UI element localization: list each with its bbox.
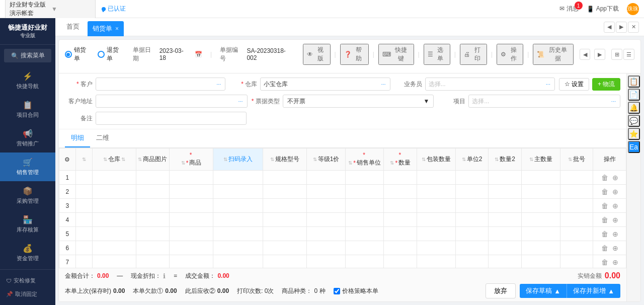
radio-return[interactable]: 退货单 <box>98 46 124 63</box>
tab-home[interactable]: 首页 <box>60 18 86 36</box>
tab-next-btn[interactable]: ▶ <box>616 22 627 33</box>
radio-sales[interactable]: 销货单 <box>65 46 92 63</box>
panel-btn-5[interactable]: ⭐ <box>628 128 640 140</box>
form-next-btn[interactable]: ▶ <box>594 49 605 60</box>
row-mainqty-cell[interactable] <box>521 171 560 185</box>
select-btn[interactable]: ☰ 选单 <box>424 44 450 65</box>
company-select[interactable]: 好业财专业版演示帐套 ▼ <box>5 0 96 19</box>
th-price[interactable]: ⇅等级1价 <box>307 148 346 171</box>
row-qty2-cell[interactable] <box>489 171 522 185</box>
th-unit2[interactable]: ⇅单位2 <box>455 148 489 171</box>
add-logistics-btn[interactable]: + 物流 <box>592 78 620 91</box>
view-btn[interactable]: 👁 视版 <box>303 44 330 65</box>
message-btn[interactable]: ✉ 消息 1 <box>559 5 578 13</box>
layout-grid-btn[interactable]: ⊞ <box>611 49 622 60</box>
row-copy-btn[interactable]: ⊕ <box>611 174 619 182</box>
save-new-btn[interactable]: 保存并新增 ▲ <box>567 284 620 298</box>
th-product[interactable]: ⇅*商品 <box>169 148 213 171</box>
row-copy-btn[interactable]: ⊕ <box>611 216 619 224</box>
warehouse-more-icon[interactable]: ··· <box>380 81 386 87</box>
operation-btn[interactable]: ⚙ 操作 <box>497 44 523 65</box>
row-unit2-cell[interactable] <box>455 171 489 185</box>
row-delete-btn[interactable]: 🗑 <box>600 244 609 252</box>
th-batch[interactable]: ⇅批号 <box>560 148 593 171</box>
th-warehouse[interactable]: ⇅仓库⇅ <box>92 148 136 171</box>
row-delete-btn[interactable]: 🗑 <box>600 188 609 196</box>
th-qty[interactable]: ⇅*数量 <box>384 148 417 171</box>
row-copy-btn[interactable]: ⊕ <box>611 202 619 210</box>
row-delete-btn[interactable]: 🗑 <box>600 216 609 224</box>
th-scan[interactable]: ⇅扫码录入 <box>213 148 263 171</box>
tab-2d[interactable]: 二维 <box>90 129 115 147</box>
staff-more-icon[interactable]: ··· <box>545 81 551 87</box>
layout-list-btn[interactable]: ☰ <box>623 49 634 60</box>
th-settings[interactable]: ⚙ <box>59 148 76 171</box>
address-input[interactable]: ··· <box>96 95 248 108</box>
tab-close-icon[interactable]: × <box>115 25 119 32</box>
row-delete-btn[interactable]: 🗑 <box>600 174 609 182</box>
row-copy-btn[interactable]: ⊕ <box>611 258 619 266</box>
help-btn[interactable]: ❓ 帮助 <box>340 44 369 65</box>
row-delete-btn[interactable]: 🗑 <box>600 202 609 210</box>
remarks-input[interactable] <box>96 112 247 125</box>
save-draft-btn[interactable]: 保存草稿 ▲ <box>520 284 567 298</box>
th-spec[interactable]: ⇅规格型号 <box>263 148 307 171</box>
calendar-icon[interactable]: 📅 <box>195 51 202 58</box>
row-pack-cell[interactable] <box>417 171 456 185</box>
project-more-icon[interactable]: ··· <box>610 98 617 104</box>
panel-btn-3[interactable]: 🔔 <box>628 102 640 114</box>
app-download-btn[interactable]: 📱 App下载 <box>587 5 619 13</box>
row-product-cell[interactable] <box>169 171 213 185</box>
th-img[interactable]: ⇅商品图片 <box>136 148 170 171</box>
search-menu-btn[interactable]: 🔍 搜索菜单 <box>4 49 51 62</box>
panel-btn-2[interactable]: 📄 <box>628 89 640 101</box>
address-more-icon[interactable]: ··· <box>237 98 244 104</box>
price-policy-checkbox[interactable] <box>334 288 340 294</box>
abandon-btn[interactable]: 放弃 <box>486 283 516 298</box>
th-unit[interactable]: ⇅*销售单位 <box>345 148 384 171</box>
th-qty2[interactable]: ⇅数量2 <box>489 148 522 171</box>
row-copy-btn[interactable]: ⊕ <box>611 188 619 196</box>
row-qty-cell[interactable] <box>384 171 417 185</box>
panel-btn-active[interactable]: Ea <box>628 141 640 153</box>
print-btn[interactable]: 🖨 打印 <box>460 44 487 65</box>
unpin-btn[interactable]: 📌 取消固定 <box>4 287 51 301</box>
customer-input[interactable]: ··· <box>96 78 225 91</box>
settings-btn[interactable]: ☆ 设置 <box>559 78 589 91</box>
sidebar-item-purchase[interactable]: 📦 采购管理 <box>0 181 55 210</box>
user-menu[interactable]: 珠珠 <box>627 3 639 15</box>
sidebar-item-project[interactable]: 📋 项目合同 <box>0 95 55 124</box>
tab-prev-btn[interactable]: ◀ <box>604 22 615 33</box>
sidebar-search[interactable]: 🔍 搜索菜单 <box>0 45 55 66</box>
security-fix-btn[interactable]: 🛡 安检修复 <box>4 274 51 287</box>
row-delete-btn[interactable]: 🗑 <box>600 258 609 266</box>
sidebar-item-sales[interactable]: 🛒 销售管理 <box>0 152 55 181</box>
row-spec-cell[interactable] <box>263 171 307 185</box>
tab-sales-form[interactable]: 销货单 × <box>88 21 124 36</box>
sidebar-item-finance[interactable]: 💰 资金管理 <box>0 239 55 267</box>
row-copy-btn[interactable]: ⊕ <box>611 230 619 238</box>
row-warehouse-cell[interactable] <box>92 171 136 185</box>
row-copy-btn[interactable]: ⊕ <box>611 244 619 252</box>
invoice-select[interactable]: 不开票 ▼ <box>283 95 434 108</box>
panel-btn-4[interactable]: 💬 <box>628 115 640 127</box>
row-unit-cell[interactable] <box>345 171 384 185</box>
history-btn[interactable]: 📜 历史单据 <box>533 44 573 65</box>
tab-close-all-btn[interactable]: ✕ <box>628 22 639 33</box>
th-mainqty[interactable]: ⇅主数量 <box>521 148 560 171</box>
panel-btn-1[interactable]: 📋 <box>628 75 640 88</box>
sidebar-item-marketing[interactable]: 📢 营销推广 <box>0 124 55 152</box>
row-price-cell[interactable] <box>307 171 346 185</box>
shortcut-btn[interactable]: ⌨ 快捷键 <box>378 44 414 65</box>
sidebar-item-quick-nav[interactable]: ⚡ 快捷导航 <box>0 66 55 95</box>
tab-detail[interactable]: 明细 <box>65 129 90 147</box>
row-delete-btn[interactable]: 🗑 <box>600 230 609 238</box>
staff-input[interactable]: 选择... ··· <box>425 78 555 91</box>
th-pack[interactable]: ⇅包装数量 <box>417 148 456 171</box>
form-prev-btn[interactable]: ◀ <box>580 49 591 60</box>
discount-info-icon[interactable]: ℹ <box>163 272 166 280</box>
customer-more-icon[interactable]: ··· <box>215 81 222 87</box>
warehouse-input[interactable]: 小宝仓库 ··· <box>260 78 390 91</box>
row-batch-cell[interactable] <box>560 171 593 185</box>
project-input[interactable]: 选择... ··· <box>468 95 620 108</box>
